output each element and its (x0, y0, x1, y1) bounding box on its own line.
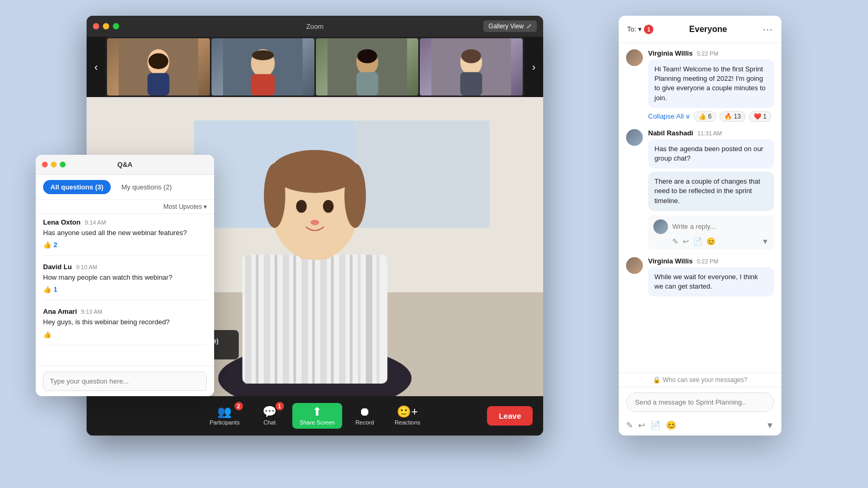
who-can-see-label: Who can see your messages? (663, 376, 747, 384)
reply-input-row (653, 219, 769, 234)
qa-minimize-dot[interactable] (51, 162, 57, 167)
reactions-label: Reactions (395, 419, 420, 426)
svg-rect-33 (339, 254, 345, 384)
chat-message-input[interactable] (626, 392, 774, 412)
svg-rect-6 (251, 74, 274, 96)
svg-rect-29 (301, 254, 308, 384)
zoom-title: Zoom (306, 23, 323, 30)
to-text: To: (627, 25, 636, 33)
qa-vote-btn-1[interactable]: 👍 2 (43, 241, 57, 249)
gallery-view-button[interactable]: Gallery View ⤢ (483, 20, 537, 32)
chat-icon: 💬 (262, 406, 277, 418)
chat-input-area (619, 387, 781, 417)
reply-icon[interactable]: ↩ (683, 237, 689, 246)
participants-label: Participants (209, 419, 239, 426)
record-button[interactable]: ⏺ Record (346, 403, 383, 429)
share-screen-button[interactable]: ⬆ Share Screen (292, 403, 342, 429)
record-icon: ⏺ (359, 406, 371, 418)
emoji-icon[interactable]: 😊 (706, 237, 715, 246)
svg-rect-23 (245, 254, 251, 384)
chat-footer-toolbar: ✎ ↩ 📄 😊 ▼ (619, 417, 781, 436)
svg-rect-35 (358, 254, 361, 384)
window-controls (93, 23, 119, 29)
to-dropdown-icon: ▾ (638, 25, 642, 33)
leave-button[interactable]: Leave (487, 406, 533, 426)
reactions-icon: 🙂+ (397, 406, 418, 418)
format-icon[interactable]: ✎ (672, 237, 679, 246)
qa-time-3: 9:13 AM (81, 309, 102, 315)
message-group-1: Virginia Willis 5:22 PM Hi Team! Welcome… (626, 49, 774, 122)
file-icon[interactable]: 📄 (693, 237, 702, 246)
qa-time-1: 9:14 AM (85, 219, 106, 226)
qa-question-header-2: David Lu 9:10 AM (43, 263, 207, 271)
svg-rect-26 (274, 254, 277, 384)
reaction-fire[interactable]: 🔥 13 (719, 111, 746, 122)
qa-maximize-dot[interactable] (60, 162, 66, 167)
qa-text-3: Hey guys, is this webinar being recorded… (43, 317, 207, 327)
maximize-dot[interactable] (113, 23, 119, 29)
thumbs-up-icon-3: 👍 (43, 331, 51, 338)
svg-point-11 (357, 49, 377, 63)
emoji-tool-icon[interactable]: 😊 (666, 420, 676, 430)
svg-rect-31 (320, 254, 326, 384)
svg-rect-34 (350, 254, 353, 384)
qa-question-3: Ana Amari 9:13 AM Hey guys, is this webi… (43, 307, 207, 345)
participant-thumb (420, 38, 523, 96)
message-group-2: Nabil Rashadi 11:31 AM Has the agenda be… (626, 129, 774, 250)
participants-button[interactable]: 👥 2 Participants (202, 403, 247, 429)
chat-more-button[interactable]: ··· (763, 23, 773, 35)
reply-input[interactable] (672, 222, 769, 230)
msg-sender-1: Virginia Willis (648, 49, 693, 57)
reactions-button[interactable]: 🙂+ Reactions (387, 403, 428, 429)
format-tool-icon[interactable]: ✎ (626, 420, 633, 430)
reply-area: ✎ ↩ 📄 😊 ▼ (648, 215, 774, 250)
send-icon[interactable]: ▼ (761, 237, 769, 246)
msg-time-3: 5:22 PM (697, 258, 718, 264)
svg-rect-24 (256, 254, 258, 384)
reaction-thumbs-up[interactable]: 👍 6 (694, 111, 716, 122)
qa-vote-row-2: 👍 1 (43, 285, 207, 293)
thumbs-up-icon-2: 👍 (43, 285, 51, 293)
chat-label: Chat (263, 419, 276, 426)
close-dot[interactable] (93, 23, 99, 29)
chat-panel: To: ▾ 1 Everyone ··· Virginia Willis 5:2… (619, 16, 781, 436)
qa-vote-btn-3[interactable]: 👍 (43, 331, 51, 338)
collapse-chevron-icon: ∨ (685, 112, 691, 120)
qa-text-2: How many people can watch this webinar? (43, 273, 207, 282)
qa-close-dot[interactable] (42, 162, 48, 167)
qa-input[interactable] (43, 372, 207, 391)
reply-tool-icon[interactable]: ↩ (638, 420, 645, 430)
qa-sort-label: Most Upvotes (163, 203, 202, 210)
share-screen-icon: ⬆ (312, 406, 322, 418)
send-tool-icon[interactable]: ▼ (766, 421, 774, 430)
msg-content-2: Nabil Rashadi 11:31 AM Has the agenda be… (648, 129, 774, 250)
next-participant-arrow[interactable]: › (524, 37, 543, 97)
reaction-heart[interactable]: ❤️ 1 (749, 111, 771, 122)
qa-tabs: All questions (3) My questions (2) (36, 175, 214, 200)
lock-icon: 🔒 (653, 376, 661, 384)
svg-point-45 (311, 220, 319, 225)
prev-participant-arrow[interactable]: ‹ (87, 37, 105, 97)
file-tool-icon[interactable]: 📄 (650, 420, 661, 430)
participant-thumb (107, 38, 210, 96)
svg-rect-37 (377, 254, 379, 384)
msg-sender-3: Virginia Willis (648, 257, 693, 265)
chat-messages: Virginia Willis 5:22 PM Hi Team! Welcome… (619, 43, 781, 373)
qa-vote-btn-2[interactable]: 👍 1 (43, 285, 57, 293)
qa-vote-count-2: 1 (54, 285, 57, 293)
qa-question-1: Lena Oxton 9:14 AM Has anyone used all t… (43, 218, 207, 256)
msg-sender-2: Nabil Rashadi (648, 129, 693, 137)
reactions-row-1: Collapse All ∨ 👍 6 🔥 13 ❤️ 1 (648, 111, 774, 122)
chat-button[interactable]: 💬 1 Chat (251, 403, 288, 429)
svg-point-41 (264, 163, 285, 228)
svg-point-3 (149, 53, 168, 69)
collapse-all-button[interactable]: Collapse All ∨ (648, 112, 691, 120)
qa-tab-mine[interactable]: My questions (2) (116, 180, 177, 194)
who-can-see: 🔒 Who can see your messages? (619, 373, 781, 387)
thumbs-up-icon-1: 👍 (43, 241, 51, 249)
qa-tab-all[interactable]: All questions (3) (43, 180, 111, 194)
qa-sort-dropdown[interactable]: Most Upvotes ▾ (36, 200, 214, 214)
qa-vote-count-1: 2 (54, 241, 57, 249)
minimize-dot[interactable] (103, 23, 109, 29)
qa-asker-2: David Lu (43, 263, 72, 271)
